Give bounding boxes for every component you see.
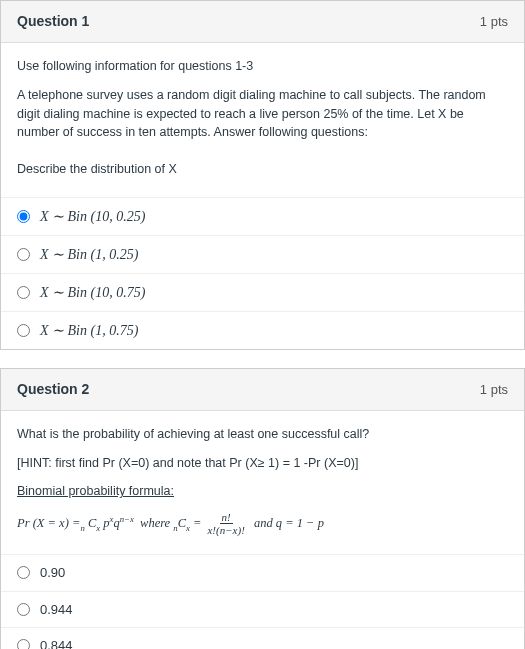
q2-option-0[interactable]: 0.90 [1,555,524,592]
q1-radio-2[interactable] [17,286,30,299]
q2-formula-label: Binomial probability formula: [17,482,508,501]
q2-formula: Pr (X = x) =n Cx pxqn−x where nCx = n!x!… [17,511,508,536]
q1-radio-0[interactable] [17,210,30,223]
q1-option-0[interactable]: X ∼ Bin (10, 0.25) [1,198,524,236]
q1-radio-1[interactable] [17,248,30,261]
q2-option-1[interactable]: 0.944 [1,592,524,629]
q1-intro-2: A telephone survey uses a random digit d… [17,86,508,142]
q2-option-2-label: 0.844 [40,636,73,649]
q2-option-1-label: 0.944 [40,600,73,620]
question-2-body: What is the probability of achieving at … [1,411,524,554]
q2-radio-1[interactable] [17,603,30,616]
q1-option-2[interactable]: X ∼ Bin (10, 0.75) [1,274,524,312]
question-1-title: Question 1 [17,11,89,32]
q2-radio-0[interactable] [17,566,30,579]
q1-option-1-label: X ∼ Bin (1, 0.25) [40,244,138,265]
q2-options: 0.90 0.944 0.844 0.984 [1,554,524,649]
q2-option-0-label: 0.90 [40,563,65,583]
question-2-points: 1 pts [480,380,508,400]
q1-radio-3[interactable] [17,324,30,337]
q1-option-0-label: X ∼ Bin (10, 0.25) [40,206,145,227]
question-1-header: Question 1 1 pts [1,1,524,43]
question-1-points: 1 pts [480,12,508,32]
q1-describe: Describe the distribution of X [17,160,508,179]
q1-intro-1: Use following information for questions … [17,57,508,76]
question-2: Question 2 1 pts What is the probability… [0,368,525,649]
q2-prompt: What is the probability of achieving at … [17,425,508,444]
q2-radio-2[interactable] [17,639,30,649]
q1-option-2-label: X ∼ Bin (10, 0.75) [40,282,145,303]
question-2-title: Question 2 [17,379,89,400]
question-1: Question 1 1 pts Use following informati… [0,0,525,350]
q2-option-2[interactable]: 0.844 [1,628,524,649]
q1-option-3[interactable]: X ∼ Bin (1, 0.75) [1,312,524,349]
q1-option-1[interactable]: X ∼ Bin (1, 0.25) [1,236,524,274]
question-1-body: Use following information for questions … [1,43,524,197]
q2-hint: [HINT: first find Pr (X=0) and note that… [17,454,508,473]
question-2-header: Question 2 1 pts [1,369,524,411]
q1-options: X ∼ Bin (10, 0.25) X ∼ Bin (1, 0.25) X ∼… [1,197,524,349]
q1-option-3-label: X ∼ Bin (1, 0.75) [40,320,138,341]
